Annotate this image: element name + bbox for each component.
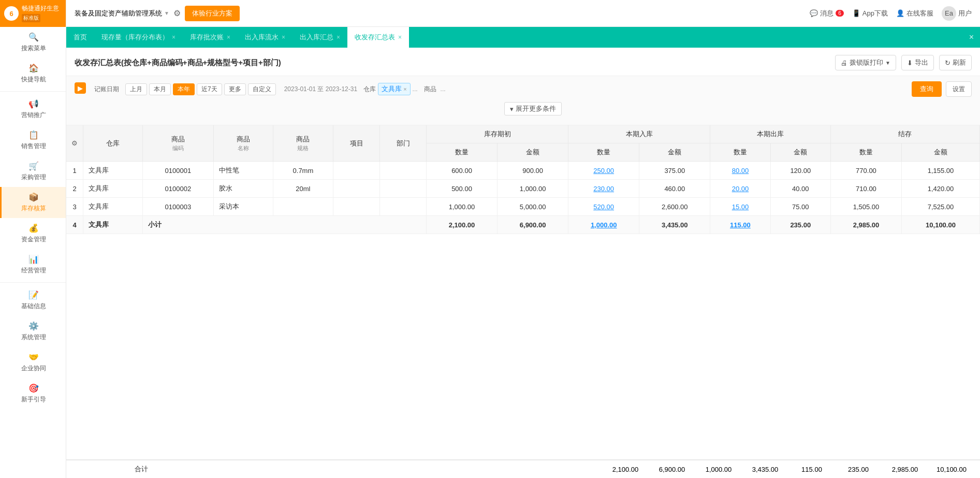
system-title-dropdown[interactable]: 装备及固定资产辅助管理系统 ▼	[75, 9, 169, 18]
date-buttons: 上月 本月 本年 近7天 更多 自定义	[125, 83, 276, 95]
row2-open-qty: 500.00	[426, 180, 497, 198]
date-btn-this-month[interactable]: 本月	[149, 83, 171, 95]
subtotal-in-qty[interactable]: 1,000.00	[568, 216, 639, 234]
warehouse-more[interactable]: ...	[413, 85, 418, 93]
row3-out-qty[interactable]: 15.00	[710, 198, 770, 216]
sidebar-item-search[interactable]: 🔍 搜索菜单	[0, 27, 66, 58]
row2-in-qty[interactable]: 230.00	[568, 180, 639, 198]
tab-flow-label: 出入库流水	[245, 33, 279, 42]
filter-toggle-button[interactable]: ▶	[75, 82, 86, 94]
sidebar-item-finance[interactable]: 💰 资金管理	[0, 218, 66, 249]
table-settings-col[interactable]: ⚙	[66, 125, 83, 162]
sidebar-logo: 6 畅捷通好生意 标准版	[0, 0, 66, 27]
tab-inventory-dist-close[interactable]: ×	[172, 34, 175, 41]
table-row: 3 文具库 0100003 采访本 1,000.00 5,000.00 520.…	[66, 198, 980, 216]
date-btn-more[interactable]: 更多	[224, 83, 246, 95]
trial-button[interactable]: 体验行业方案	[185, 6, 240, 21]
row1-name: 中性笔	[213, 162, 273, 180]
footer-open-qty: 2,100.00	[602, 466, 649, 473]
warehouse-tag-text: 文具库	[382, 84, 402, 94]
sidebar-label-guide: 新手引导	[21, 395, 46, 404]
date-btn-7days[interactable]: 近7天	[197, 83, 222, 95]
sales-icon: 📋	[28, 130, 39, 140]
tab-summary[interactable]: 出入库汇总 ×	[292, 27, 347, 48]
goods-filter: 商品 ...	[424, 85, 446, 94]
tab-inventory-dist[interactable]: 现存量（库存分布表） ×	[94, 27, 183, 48]
sidebar-label-enterprise: 企业协同	[21, 364, 46, 373]
filter-expand-row: ▾ 展开更多条件	[94, 100, 972, 120]
row2-index: 2	[66, 180, 83, 198]
tab-home[interactable]: 首页	[66, 27, 94, 48]
filter-rows: 记账日期 上月 本月 本年 近7天 更多 自定义 2023-01-01 至 20…	[94, 81, 972, 120]
purchase-icon: 🛒	[28, 161, 39, 171]
guide-icon: 🎯	[28, 383, 39, 393]
row1-out-qty[interactable]: 80.00	[710, 162, 770, 180]
row1-project	[333, 162, 380, 180]
page-content: 收发存汇总表(按仓库+商品编码+商品+规格型号+项目+部门) 🖨 拨锁版打印 ▼…	[66, 48, 980, 459]
online-service-item[interactable]: 👤 在线客服	[896, 9, 933, 18]
sidebar-item-basic-info[interactable]: 📝 基础信息	[0, 285, 66, 316]
expand-more-conditions[interactable]: ▾ 展开更多条件	[504, 102, 562, 115]
col-header-in-qty: 数量	[568, 143, 639, 162]
tab-recv-summary[interactable]: 收发存汇总表 ×	[347, 27, 409, 48]
row3-code: 0100003	[142, 198, 213, 216]
message-label: 消息	[820, 9, 833, 18]
sidebar-item-marketing[interactable]: 📢 营销推广	[0, 94, 66, 125]
refresh-label: 刷新	[953, 58, 966, 67]
sidebar-item-purchase[interactable]: 🛒 采购管理	[0, 156, 66, 187]
sidebar-label-operations: 经营管理	[21, 266, 46, 275]
finance-icon: 💰	[28, 223, 39, 233]
user-item[interactable]: Ea 用户	[942, 6, 972, 21]
subtotal-bal-amt: 10,100.00	[902, 216, 980, 234]
enterprise-icon: 🤝	[28, 352, 39, 362]
tab-flow-close[interactable]: ×	[282, 34, 285, 41]
row2-out-qty[interactable]: 20.00	[710, 180, 770, 198]
sidebar-item-system[interactable]: ⚙️ 系统管理	[0, 316, 66, 347]
sidebar-label-search: 搜索菜单	[21, 44, 46, 53]
row1-in-qty[interactable]: 250.00	[568, 162, 639, 180]
row1-spec: 0.7mm	[273, 162, 333, 180]
sidebar-item-operations[interactable]: 📊 经营管理	[0, 249, 66, 280]
gear-icon[interactable]: ⚙	[173, 8, 181, 18]
print-button[interactable]: 🖨 拨锁版打印 ▼	[835, 55, 896, 70]
sidebar-label-marketing: 营销推广	[21, 111, 46, 120]
date-btn-this-year[interactable]: 本年	[173, 83, 195, 95]
tab-batch[interactable]: 库存批次账 ×	[183, 27, 238, 48]
sidebar-item-enterprise[interactable]: 🤝 企业协同	[0, 347, 66, 378]
date-range-display: 2023-01-01 至 2023-12-31	[284, 85, 357, 94]
footer-open-amt: 6,900.00	[649, 466, 695, 473]
tab-recv-summary-close[interactable]: ×	[398, 34, 402, 41]
expand-icon: ▾	[510, 105, 514, 113]
export-button[interactable]: ⬇ 导出	[901, 55, 934, 70]
message-item[interactable]: 💬 消息 6	[810, 9, 844, 18]
col-header-spec: 商品规格	[273, 125, 333, 162]
tab-summary-label: 出入库汇总	[300, 33, 333, 42]
tab-inventory-dist-label: 现存量（库存分布表）	[101, 33, 169, 42]
query-button[interactable]: 查询	[912, 81, 942, 97]
date-btn-custom[interactable]: 自定义	[248, 83, 276, 95]
filter-row-1: 记账日期 上月 本月 本年 近7天 更多 自定义 2023-01-01 至 20…	[94, 81, 972, 97]
home-icon: 🏠	[28, 63, 39, 73]
nav-tabs: 首页 现存量（库存分布表） × 库存批次账 × 出入库流水 × 出入库汇总 × …	[66, 27, 980, 48]
tab-flow[interactable]: 出入库流水 ×	[238, 27, 292, 48]
message-icon: 💬	[810, 9, 818, 17]
print-dropdown-icon: ▼	[885, 60, 890, 66]
online-service-label: 在线客服	[906, 9, 933, 18]
tab-batch-close[interactable]: ×	[227, 34, 230, 41]
close-all-tabs[interactable]: ×	[963, 33, 980, 42]
sidebar-item-guide[interactable]: 🎯 新手引导	[0, 378, 66, 409]
refresh-button[interactable]: ↻ 刷新	[939, 55, 972, 70]
sidebar-item-quick-nav[interactable]: 🏠 快捷导航	[0, 58, 66, 89]
sidebar-item-inventory[interactable]: 📦 库存核算	[0, 187, 66, 218]
subtotal-out-qty[interactable]: 115.00	[710, 216, 770, 234]
settings-button[interactable]: 设置	[946, 81, 972, 97]
warehouse-tag-close[interactable]: ×	[403, 86, 406, 92]
date-btn-prev-month[interactable]: 上月	[125, 83, 147, 95]
goods-more[interactable]: ...	[441, 85, 446, 93]
tab-batch-label: 库存批次账	[190, 33, 224, 42]
app-download-item[interactable]: 📱 App下载	[852, 9, 888, 18]
tab-summary-close[interactable]: ×	[337, 34, 340, 41]
sidebar-item-sales[interactable]: 📋 销售管理	[0, 125, 66, 156]
col-header-bal-amt: 金额	[902, 143, 980, 162]
row3-in-qty[interactable]: 520.00	[568, 198, 639, 216]
